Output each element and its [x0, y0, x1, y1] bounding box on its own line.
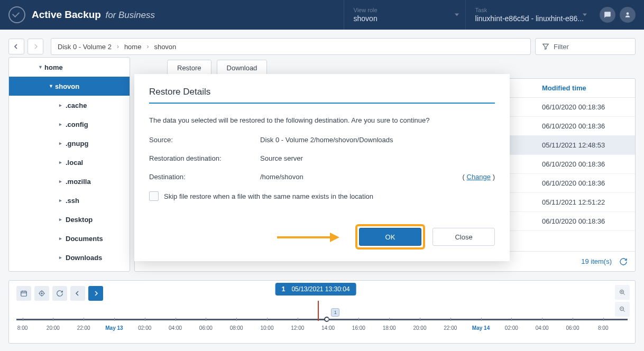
chevron-right-icon: ›: [146, 43, 149, 50]
tree-item[interactable]: ▸.ssh: [9, 191, 130, 210]
folder-tree[interactable]: ▼home ▼shovon ▸.cache▸.config▸.gnupg▸.lo…: [8, 57, 130, 272]
annotation-arrow-icon: [277, 229, 341, 245]
restoration-destination-value: Source server: [260, 154, 495, 162]
timeline-current-badge: 1 05/13/2021 13:30:04: [275, 283, 356, 295]
modal-divider: [149, 103, 495, 104]
view-role-label: View role: [354, 7, 456, 13]
timeline-mini-badge[interactable]: 1: [331, 308, 339, 317]
task-label: Task: [475, 7, 584, 13]
timeline-tick-label: May 14: [472, 325, 490, 331]
timeline-tick-label: 20:00: [413, 325, 426, 331]
tree-item[interactable]: ▸Documents: [9, 229, 130, 248]
modal-title: Restore Details: [149, 87, 495, 97]
chevron-down-icon: [455, 14, 459, 16]
destination-value: /home/shovon ( Change ): [260, 173, 495, 181]
tree-item-shovon[interactable]: ▼shovon: [9, 77, 130, 96]
skip-file-checkbox[interactable]: [149, 191, 159, 201]
logo-area: Active Backup for Business: [8, 6, 155, 23]
filter-button[interactable]: Filter: [535, 38, 636, 55]
timeline-tick-label: 12:00: [291, 325, 304, 331]
restore-button[interactable]: Restore: [167, 60, 211, 76]
breadcrumb-segment[interactable]: home: [124, 43, 142, 51]
nav-forward-button[interactable]: [27, 39, 43, 54]
tree-item[interactable]: ▸.cache: [9, 96, 130, 115]
app-logo-icon: [8, 6, 25, 23]
svg-rect-1: [21, 291, 27, 296]
timeline-tick-label: 02:00: [138, 325, 151, 331]
tree-item[interactable]: ▸Downloads: [9, 248, 130, 267]
target-icon[interactable]: [34, 286, 49, 301]
svg-point-0: [627, 12, 629, 15]
svg-point-2: [40, 291, 44, 295]
breadcrumb-segment[interactable]: shovon: [154, 43, 176, 51]
skip-file-label: Skip file restore when a file with the s…: [164, 192, 373, 200]
view-role-dropdown[interactable]: View role shovon: [344, 0, 465, 30]
prev-icon[interactable]: [70, 286, 85, 301]
column-modified-time[interactable]: Modified time: [529, 84, 635, 92]
timeline[interactable]: 1 05/13/2021 13:30:04 1 8:0020:0022:00Ma…: [8, 280, 636, 344]
restore-details-modal: Restore Details The data you selected wi…: [134, 74, 510, 261]
view-role-value: shovon: [354, 14, 456, 23]
download-button[interactable]: Download: [217, 60, 268, 76]
timeline-tick-label: May 13: [105, 325, 123, 331]
timeline-marker[interactable]: [318, 301, 319, 321]
timeline-tick-label: 02:00: [505, 325, 518, 331]
timeline-point[interactable]: [324, 317, 329, 322]
chevron-right-icon: ›: [117, 43, 119, 50]
tree-item-home[interactable]: ▼home: [9, 58, 130, 77]
close-button[interactable]: Close: [433, 228, 495, 246]
timeline-tick-label: 8:00: [598, 325, 608, 331]
timeline-tick-label: 16:00: [352, 325, 365, 331]
messages-icon[interactable]: [600, 7, 615, 23]
tree-item[interactable]: ▸.mozilla: [9, 172, 130, 191]
refresh-icon[interactable]: [619, 257, 628, 266]
filter-icon: [542, 43, 549, 50]
svg-point-3: [41, 293, 42, 294]
source-label: Source:: [149, 136, 260, 144]
tree-item[interactable]: ▸.local: [9, 153, 130, 172]
timeline-tick-label: 10:00: [260, 325, 273, 331]
breadcrumb[interactable]: Disk 0 - Volume 2 › home › shovon: [51, 38, 531, 55]
item-count: 19 item(s): [581, 257, 612, 265]
refresh-icon[interactable]: [52, 286, 67, 301]
restoration-destination-label: Restoration destination:: [149, 154, 260, 162]
timeline-tick-label: 06:00: [566, 325, 579, 331]
destination-label: Destination:: [149, 173, 260, 181]
breadcrumb-segment[interactable]: Disk 0 - Volume 2: [58, 43, 112, 51]
nav-back-button[interactable]: [8, 39, 24, 54]
user-icon[interactable]: [620, 7, 636, 23]
timeline-tick-label: 06:00: [199, 325, 213, 331]
timeline-tick-label: 22:00: [77, 325, 90, 331]
timeline-tick-label: 04:00: [536, 325, 549, 331]
chevron-down-icon: [583, 14, 587, 16]
app-title: Active Backup for Business: [32, 9, 155, 21]
source-value: Disk 0 - Volume 2/home/shovon/Downloads: [260, 136, 495, 144]
timeline-tick-label: 18:00: [383, 325, 396, 331]
modal-body-text: The data you selected will be restored t…: [149, 116, 495, 124]
calendar-icon[interactable]: [16, 286, 31, 301]
task-value: linuxhint-e86c5d - linuxhint-e86...: [475, 14, 584, 23]
timeline-tick-label: 20:00: [47, 325, 60, 331]
zoom-in-icon[interactable]: [615, 285, 630, 300]
timeline-tick-label: 14:00: [321, 325, 335, 331]
svg-marker-7: [330, 233, 339, 242]
timeline-tick-label: 04:00: [169, 325, 182, 331]
ok-button[interactable]: OK: [359, 228, 421, 246]
ok-button-highlight: OK: [355, 224, 425, 250]
tree-item[interactable]: ▸Desktop: [9, 210, 130, 229]
timeline-tick-label: 08:00: [230, 325, 243, 331]
timeline-tick-label: 22:00: [444, 325, 457, 331]
change-link[interactable]: Change: [467, 173, 491, 181]
next-icon[interactable]: [88, 286, 103, 301]
app-header: Active Backup for Business View role sho…: [0, 0, 644, 30]
tree-item[interactable]: ▸.config: [9, 115, 130, 134]
task-dropdown[interactable]: Task linuxhint-e86c5d - linuxhint-e86...: [465, 0, 593, 30]
timeline-tick-label: 8:00: [17, 325, 27, 331]
tree-item[interactable]: ▸.gnupg: [9, 134, 130, 153]
